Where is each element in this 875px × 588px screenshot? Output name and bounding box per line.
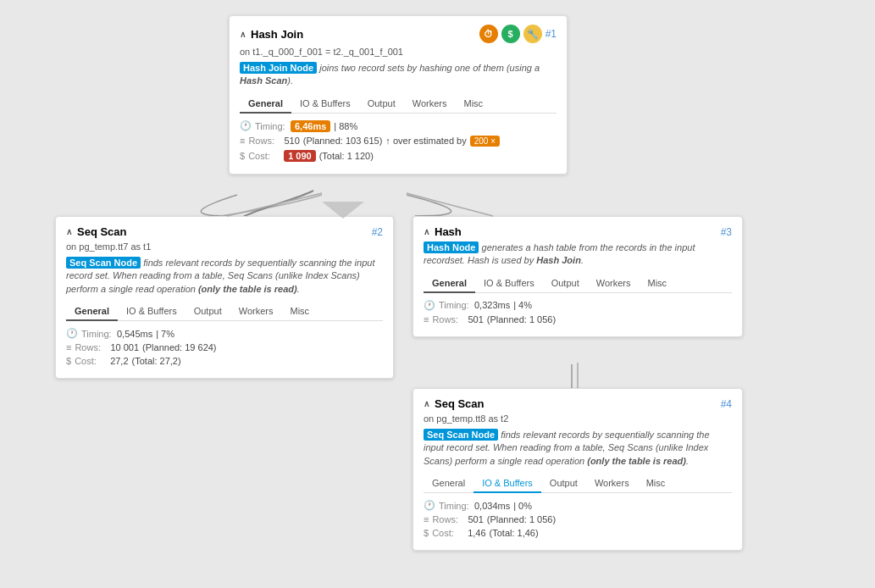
seq-scan-2-highlight: Seq Scan Node	[424, 429, 498, 441]
cost-label-ss2: Cost:	[432, 528, 464, 538]
tab-workers-h[interactable]: Workers	[588, 275, 640, 293]
hash-join-desc-text: joins two record sets by hashing one of …	[317, 63, 540, 73]
timing-row-hj: 🕐 Timing: 6,46ms | 88%	[240, 120, 557, 132]
tab-misc-ss2[interactable]: Misc	[638, 474, 674, 493]
rows-row-ss2: ≡ Rows: 501 (Planned: 1 056)	[424, 514, 732, 524]
hash-join-description: Hash Join Node joins two record sets by …	[240, 62, 557, 88]
hash-tabs: General IO & Buffers Output Workers Misc	[424, 275, 732, 293]
rows-planned-h: (Planned: 1 056)	[487, 314, 556, 325]
icon-green: $	[501, 25, 520, 43]
cost-icon-ss2: $	[424, 528, 429, 538]
timing-row-ss1: 🕐 Timing: 0,545ms | 7%	[66, 328, 383, 339]
seq-scan-2-number[interactable]: #4	[721, 398, 732, 410]
rows-value-hj: 510	[284, 136, 299, 146]
tab-output-ss1[interactable]: Output	[186, 302, 230, 321]
rows-icon-hj: ≡	[240, 136, 245, 146]
timing-value-ss1: 0,545ms	[117, 329, 152, 339]
chevron-icon-ss1: ∧	[66, 227, 72, 236]
cost-label-hj: Cost:	[248, 151, 280, 161]
seq-scan-2-tabs: General IO & Buffers Output Workers Misc	[424, 474, 732, 493]
rows-value-ss1: 10 001	[110, 342, 139, 352]
clock-icon-h: 🕐	[424, 300, 435, 311]
tab-general-ss2[interactable]: General	[424, 474, 473, 493]
tab-iobuffers-h[interactable]: IO & Buffers	[475, 275, 543, 293]
hash-join-card: ∧ Hash Join ⏱ $ 🔧 #1 on t1._q_000_f_001 …	[229, 15, 568, 175]
rows-label-ss1: Rows:	[75, 342, 107, 352]
rows-label-h: Rows:	[432, 314, 464, 325]
seq-scan-2-description: Seq Scan Node finds relevant records by …	[424, 429, 732, 468]
seq-scan-2-desc-end: .	[686, 456, 689, 466]
tab-output-hj[interactable]: Output	[359, 95, 404, 114]
seq-scan-1-card: ∧ Seq Scan #2 on pg_temp.tt7 as t1 Seq S…	[55, 216, 394, 379]
rows-row-h: ≡ Rows: 501 (Planned: 1 056)	[424, 314, 732, 325]
timing-row-h: 🕐 Timing: 0,323ms | 4%	[424, 300, 732, 311]
rows-planned-hj: (Planned: 103 615)	[303, 136, 383, 146]
tab-output-h[interactable]: Output	[543, 275, 588, 293]
tab-general-hj[interactable]: General	[240, 95, 291, 114]
tab-general-ss1[interactable]: General	[66, 302, 118, 321]
seq-scan-1-title: ∧ Seq Scan	[66, 225, 127, 238]
tab-iobuffers-ss2[interactable]: IO & Buffers	[473, 474, 541, 493]
cost-total-ss1: (Total: 27,2)	[132, 356, 181, 366]
tab-misc-h[interactable]: Misc	[639, 275, 675, 293]
seq-scan-2-subtitle: on pg_temp.tt8 as t2	[424, 413, 732, 424]
cost-row-ss1: $ Cost: 27,2 (Total: 27,2)	[66, 356, 383, 366]
seq-scan-1-subtitle: on pg_temp.tt7 as t1	[66, 241, 383, 252]
icon-yellow: 🔧	[523, 25, 542, 43]
clock-icon-hj: 🕐	[240, 120, 252, 131]
hash-join-number[interactable]: #1	[545, 28, 557, 40]
seq-scan-1-description: Seq Scan Node finds relevant records by …	[66, 257, 383, 296]
tab-misc-ss1[interactable]: Misc	[281, 302, 318, 321]
hash-description: Hash Node generates a hash table from th…	[424, 241, 732, 268]
timing-label-ss1: Timing:	[81, 329, 114, 339]
cost-value-ss1: 27,2	[110, 356, 128, 366]
rows-icon-h: ≡	[424, 314, 429, 325]
hash-join-desc-end: ).	[287, 75, 293, 86]
tab-workers-ss1[interactable]: Workers	[230, 302, 282, 321]
rows-over-text-hj: ↑ over estimated by	[385, 136, 466, 146]
svg-line-2	[407, 193, 493, 216]
seq-scan-1-highlight: Seq Scan Node	[66, 257, 141, 269]
timing-value-h: 0,323ms	[474, 300, 510, 310]
seq-scan-1-title-text: Seq Scan	[77, 225, 127, 238]
cost-icon-hj: $	[240, 151, 245, 161]
cost-total-ss2: (Total: 1,46)	[490, 528, 539, 538]
timing-label-ss2: Timing:	[439, 501, 471, 511]
cost-label-ss1: Cost:	[75, 356, 107, 366]
clock-icon-ss2: 🕐	[424, 500, 435, 511]
seq-scan-2-header: ∧ Seq Scan #4	[424, 397, 732, 410]
hash-join-header: ∧ Hash Join ⏱ $ 🔧 #1	[240, 25, 557, 43]
rows-planned-ss1: (Planned: 19 624)	[142, 342, 216, 352]
seq-scan-1-italic: (only the table is read)	[198, 284, 297, 294]
tab-misc-hj[interactable]: Misc	[455, 95, 491, 114]
hash-title: ∧ Hash	[424, 225, 462, 238]
seq-scan-1-number[interactable]: #2	[372, 226, 383, 238]
hash-highlight: Hash Node	[424, 241, 479, 253]
tab-general-h[interactable]: General	[424, 275, 475, 293]
hash-number[interactable]: #3	[721, 226, 732, 238]
timing-percent-hj: | 88%	[334, 121, 357, 131]
over-badge-hj: 200 ×	[470, 136, 500, 147]
timing-percent-h: | 4%	[513, 300, 532, 310]
rows-value-h: 501	[468, 314, 483, 325]
hash-desc-end: .	[581, 255, 584, 265]
tab-iobuffers-hj[interactable]: IO & Buffers	[291, 95, 359, 114]
rows-value-ss2: 501	[468, 514, 483, 524]
seq-scan-2-card: ∧ Seq Scan #4 on pg_temp.tt8 as t2 Seq S…	[413, 388, 743, 551]
seq-scan-2-title: ∧ Seq Scan	[424, 397, 485, 410]
hash-header: ∧ Hash #3	[424, 225, 732, 238]
rows-icon-ss2: ≡	[424, 514, 429, 524]
tab-iobuffers-ss1[interactable]: IO & Buffers	[118, 302, 186, 321]
hash-scan-bold: Hash Scan	[240, 75, 287, 86]
hash-join-highlight: Hash Join Node	[240, 62, 317, 74]
timing-percent-ss1: | 7%	[156, 329, 174, 339]
tab-workers-ss2[interactable]: Workers	[586, 474, 638, 493]
rows-planned-ss2: (Planned: 1 056)	[487, 514, 556, 524]
timing-percent-ss2: | 0%	[513, 501, 532, 511]
timing-label-hj: Timing:	[255, 121, 287, 131]
timing-value-hj: 6,46ms	[291, 120, 330, 132]
tab-workers-hj[interactable]: Workers	[404, 95, 456, 114]
tab-output-ss2[interactable]: Output	[541, 474, 586, 493]
hash-join-subtitle: on t1._q_000_f_001 = t2._q_001_f_001	[240, 47, 557, 57]
cost-icon-ss1: $	[66, 356, 71, 366]
